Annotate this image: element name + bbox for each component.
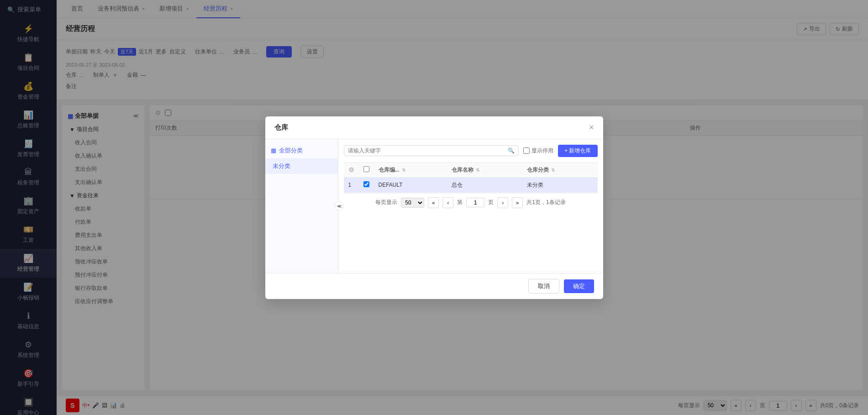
modal-left-panel: ▦ 全部分类 未分类: [265, 139, 338, 273]
sort-icon-code: ⇅: [402, 168, 405, 173]
col-checkbox: [359, 163, 374, 177]
row-code: DEFAULT: [374, 177, 447, 193]
modal-search-wrapper: 🔍: [344, 145, 519, 156]
modal-table-header: ⚙ 仓库编... ⇅ 仓库名称 ⇅: [344, 163, 598, 177]
col-warehouse-category: 仓库分类 ⇅: [522, 163, 598, 177]
col-gear: ⚙: [344, 163, 359, 177]
modal-page-label: 第: [457, 199, 463, 206]
row-checkbox[interactable]: [363, 181, 369, 187]
show-disabled-checkbox[interactable]: [523, 147, 530, 154]
modal-backdrop: 仓库 × ▦ 全部分类 未分类 ≪: [0, 0, 868, 415]
modal-header: 仓库 ×: [265, 116, 603, 139]
modal-page-suffix: 页: [488, 199, 494, 206]
modal-total-text: 共1页，1条记录: [526, 199, 565, 206]
warehouse-modal: 仓库 × ▦ 全部分类 未分类 ≪: [265, 116, 603, 299]
row-category: 未分类: [522, 177, 598, 193]
show-disabled-wrapper: 显示停用: [523, 147, 553, 155]
col-warehouse-code: 仓库编... ⇅: [374, 163, 447, 177]
modal-pagination: 每页显示 50 10 20 100 « ‹ 第 页 › » 共1页，1条记录: [344, 193, 598, 212]
row-checkbox-cell: [359, 177, 374, 193]
modal-all-category[interactable]: ▦ 全部分类: [265, 143, 338, 158]
modal-next-btn[interactable]: ›: [497, 197, 508, 208]
all-category-label: 全部分类: [279, 147, 303, 155]
show-disabled-label: 显示停用: [531, 147, 553, 155]
modal-last-btn[interactable]: »: [512, 197, 523, 208]
table-row[interactable]: 1 DEFAULT 总仓 未分类: [344, 177, 598, 193]
sort-icon-name: ⇅: [476, 168, 479, 173]
modal-search-icon[interactable]: 🔍: [508, 147, 515, 154]
modal-select-all[interactable]: [363, 166, 369, 172]
modal-close-button[interactable]: ×: [589, 123, 594, 132]
modal-search-input[interactable]: [348, 147, 505, 154]
modal-left-wrapper: ▦ 全部分类 未分类 ≪: [265, 139, 338, 273]
modal-table: ⚙ 仓库编... ⇅ 仓库名称 ⇅: [344, 163, 598, 193]
unclassified-label: 未分类: [273, 163, 290, 169]
modal-search-bar: 🔍 显示停用 + 新增仓库: [344, 145, 598, 157]
cancel-button[interactable]: 取消: [528, 279, 559, 294]
sort-icon-category: ⇅: [551, 168, 555, 173]
per-page-label-modal: 每页显示: [375, 199, 397, 206]
grid-icon-modal: ▦: [271, 147, 276, 154]
col-warehouse-name: 仓库名称 ⇅: [447, 163, 522, 177]
row-name: 总仓: [447, 177, 522, 193]
modal-right-panel: 🔍 显示停用 + 新增仓库 ⚙: [338, 139, 603, 273]
add-warehouse-button[interactable]: + 新增仓库: [558, 145, 597, 157]
modal-per-page-select[interactable]: 50 10 20 100: [401, 198, 424, 208]
modal-prev-btn[interactable]: ‹: [442, 197, 453, 208]
modal-category-unclassified[interactable]: 未分类: [265, 158, 338, 174]
row-seq: 1: [344, 177, 359, 193]
modal-page-input[interactable]: [466, 198, 484, 207]
modal-body: ▦ 全部分类 未分类 ≪ 🔍: [265, 139, 603, 273]
modal-actions: 取消 确定: [265, 273, 603, 299]
modal-title: 仓库: [274, 123, 288, 132]
modal-first-btn[interactable]: «: [428, 197, 439, 208]
modal-table-gear[interactable]: ⚙: [348, 166, 354, 173]
modal-collapse-btn[interactable]: ≪: [335, 201, 344, 210]
confirm-button[interactable]: 确定: [564, 279, 594, 293]
